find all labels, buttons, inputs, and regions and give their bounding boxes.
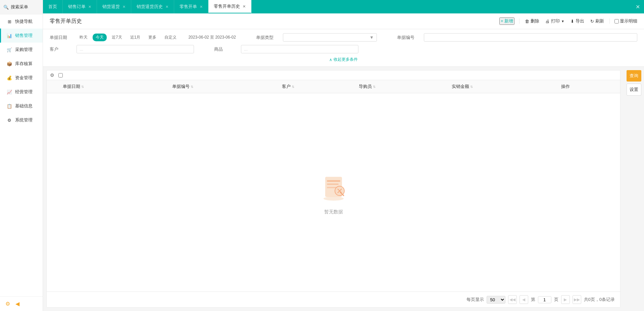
tab-retail-open-history[interactable]: 零售开单历史✕ (208, 0, 251, 13)
tab-close-sales-return-history[interactable]: ✕ (165, 5, 168, 9)
per-page-label: 每页显示 (466, 297, 484, 303)
content: 零售开单历史 + 新增 🗑 删除 🖨 打印 ▼ ⬇ 导出 ↻ (43, 13, 644, 311)
col-no: 单据编号⇅ (168, 80, 278, 93)
doc-type-dropdown-icon: ▼ (369, 35, 374, 40)
sidebar-item-sys-mgmt[interactable]: ⚙系统管理 (0, 113, 43, 127)
settings-footer-icon[interactable]: ⚙ (5, 301, 10, 307)
sidebar-item-label: 基础信息 (15, 103, 33, 109)
date-btn-last7[interactable]: 近7天 (109, 34, 125, 41)
sidebar-item-finance[interactable]: 💰资金管理 (0, 71, 43, 85)
col-action: 操作 (557, 80, 620, 93)
sidebar-item-inventory[interactable]: 📦库存核算 (0, 57, 43, 71)
customer-label: 客户 (50, 46, 70, 52)
date-btn-yesterday[interactable]: 昨天 (77, 34, 91, 41)
filter-area: 单据日期 昨天今天近7天近1月更多自定义 2023-06-02 至 2023-0… (43, 29, 644, 67)
empty-icon (317, 170, 350, 204)
col-salesperson: 导购员⇅ (355, 80, 448, 93)
date-btn-custom[interactable]: 自定义 (161, 34, 180, 41)
date-label: 单据日期 (50, 35, 70, 41)
sys-mgmt-icon: ⚙ (6, 117, 12, 123)
doc-type-select[interactable]: ▼ (283, 33, 377, 42)
sidebar-item-label: 资金管理 (15, 75, 33, 81)
refresh-icon: ↻ (590, 19, 594, 24)
tab-close-sales-order[interactable]: ✕ (88, 5, 91, 9)
select-all-checkbox[interactable] (58, 73, 63, 77)
table-query-area: ⚙ 单据日期⇅单据编号⇅客户⇅导购员⇅实销金额⇅操作 (43, 67, 644, 311)
export-icon: ⬇ (571, 19, 574, 24)
refresh-button[interactable]: ↻ 刷新 (590, 18, 605, 24)
export-button[interactable]: ⬇ 导出 (570, 18, 585, 24)
tab-close-retail-open-history[interactable]: ✕ (243, 4, 246, 9)
customer-select[interactable]: ... (77, 45, 194, 53)
sidebar-search[interactable]: 🔍 搜索采单 (0, 0, 43, 14)
tab-label-retail-open: 零售开单 (180, 4, 197, 10)
add-button[interactable]: + 新增 (499, 17, 514, 25)
date-btn-last1month[interactable]: 近1月 (127, 34, 144, 41)
tab-close-sales-return[interactable]: ✕ (122, 5, 126, 9)
date-btn-more[interactable]: 更多 (145, 34, 159, 41)
sidebar-item-label: 库存核算 (15, 61, 33, 67)
first-page-button[interactable]: ◀◀ (508, 295, 517, 304)
doc-no-input[interactable] (424, 33, 637, 42)
pagination: 每页显示 102050100 ◀◀ ◀ 第 页 ▶ ▶▶ 共0页，0条记录 (47, 292, 620, 307)
tab-retail-open[interactable]: 零售开单✕ (174, 0, 208, 13)
prev-page-button[interactable]: ◀ (519, 295, 528, 304)
next-page-button[interactable]: ▶ (561, 295, 570, 304)
sidebar-item-label: 采购管理 (15, 47, 33, 53)
delete-icon: 🗑 (525, 19, 529, 24)
page-title: 零售开单历史 (50, 18, 82, 25)
page-input[interactable] (538, 296, 551, 303)
sidebar-item-quick-nav[interactable]: ⊞快捷导航 (0, 14, 43, 29)
page-label: 第 (531, 297, 535, 303)
table-settings-icon[interactable]: ⚙ (50, 72, 54, 78)
tab-sales-return[interactable]: 销货退货✕ (97, 0, 131, 13)
sidebar-item-label: 系统管理 (15, 117, 33, 123)
sort-icon-salesperson: ⇅ (373, 85, 376, 89)
sidebar-nav: ⊞快捷导航📊销售管理🛒采购管理📦库存核算💰资金管理📈经营管理📋基础信息⚙系统管理 (0, 14, 43, 296)
goods-placeholder: ... (244, 47, 248, 52)
table-header-row: 单据日期⇅单据编号⇅客户⇅导购员⇅实销金额⇅操作 (47, 80, 620, 93)
tab-label-sales-order: 销售订单 (68, 4, 86, 10)
tab-label-sales-return: 销货退货 (102, 4, 120, 10)
tab-bar-right: ✕ (636, 4, 644, 10)
sidebar-item-base-info[interactable]: 📋基础信息 (0, 99, 43, 113)
goods-select[interactable]: ... (241, 45, 358, 53)
window-close-button[interactable]: ✕ (636, 4, 640, 10)
display-columns-button[interactable]: 显示明细 (614, 18, 637, 24)
tab-sales-order[interactable]: 销售订单✕ (63, 0, 97, 13)
last-page-button[interactable]: ▶▶ (573, 295, 581, 304)
svg-point-0 (324, 197, 344, 201)
date-btn-today[interactable]: 今天 (93, 34, 107, 41)
tab-close-retail-open[interactable]: ✕ (200, 5, 203, 9)
customer-placeholder: ... (80, 47, 83, 52)
sidebar-search-label: 搜索采单 (11, 4, 28, 10)
sidebar-item-label: 经营管理 (15, 89, 33, 95)
sidebar-item-business[interactable]: 📈经营管理 (0, 85, 43, 99)
print-button[interactable]: 🖨 打印 ▼ (545, 18, 565, 24)
sort-icon-amount: ⇅ (470, 85, 473, 89)
pagination-info: 共0页，0条记录 (584, 297, 615, 303)
purchase-mgmt-icon: 🛒 (6, 47, 12, 53)
empty-state: 暂无数据 (47, 93, 620, 292)
per-page-select[interactable]: 102050100 (487, 296, 505, 304)
tab-sales-return-history[interactable]: 销货退货历史✕ (131, 0, 174, 13)
display-columns-checkbox[interactable] (614, 19, 619, 23)
page-suffix-label: 页 (554, 297, 558, 303)
search-icon: 🔍 (3, 5, 9, 10)
delete-button[interactable]: 🗑 删除 (524, 18, 540, 24)
sidebar-item-purchase-mgmt[interactable]: 🛒采购管理 (0, 43, 43, 57)
sidebar-item-label: 快捷导航 (15, 18, 33, 24)
sort-icon-no: ⇅ (191, 85, 193, 89)
settings-button[interactable]: 设置 (627, 84, 641, 96)
query-button[interactable]: 查询 (627, 70, 641, 82)
sidebar: 🔍 搜索采单 ⊞快捷导航📊销售管理🛒采购管理📦库存核算💰资金管理📈经营管理📋基础… (0, 0, 43, 311)
svg-rect-2 (327, 180, 340, 182)
table-container: ⚙ 单据日期⇅单据编号⇅客户⇅导购员⇅实销金额⇅操作 (46, 70, 621, 308)
date-filter-buttons: 昨天今天近7天近1月更多自定义 (77, 34, 180, 41)
collapse-footer-icon[interactable]: ◀ (15, 301, 19, 307)
collapse-filter-button[interactable]: ∧ 收起更多条件 (50, 57, 637, 62)
tab-home[interactable]: 首页 (43, 0, 63, 13)
doc-type-label: 单据类型 (256, 35, 276, 41)
base-info-icon: 📋 (6, 103, 12, 109)
sidebar-item-sales-mgmt[interactable]: 📊销售管理 (0, 29, 43, 43)
